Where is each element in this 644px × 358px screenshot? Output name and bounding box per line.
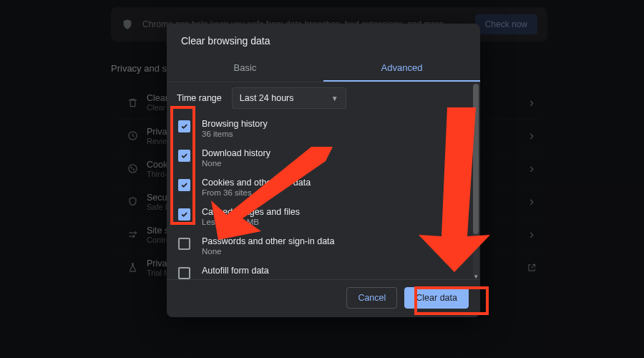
option-sub: From 36 sites xyxy=(202,188,311,197)
option-title: Cached images and files xyxy=(202,207,300,217)
cancel-button[interactable]: Cancel xyxy=(346,287,397,309)
option-title: Browsing history xyxy=(202,119,268,129)
option-sub: None xyxy=(202,247,335,256)
dialog-tabs: Basic Advanced xyxy=(167,55,480,82)
option-row[interactable]: Browsing history36 items xyxy=(177,114,467,143)
tab-advanced[interactable]: Advanced xyxy=(323,55,480,82)
tab-basic[interactable]: Basic xyxy=(167,55,323,82)
checkbox[interactable] xyxy=(178,238,190,250)
checkbox[interactable] xyxy=(178,267,190,279)
option-title: Cookies and other site data xyxy=(202,178,311,188)
option-sub: 36 items xyxy=(202,130,268,138)
time-range-label: Time range xyxy=(177,93,222,103)
option-row[interactable]: Cookies and other site dataFrom 36 sites xyxy=(177,173,467,202)
checkbox[interactable] xyxy=(178,150,190,162)
clear-browsing-data-dialog: Clear browsing data Basic Advanced Time … xyxy=(167,24,480,317)
checkbox[interactable] xyxy=(178,179,190,191)
option-row[interactable]: Autofill form data xyxy=(177,261,467,279)
time-range-select[interactable]: Last 24 hours ▼ xyxy=(232,87,346,109)
option-sub: Less than 1 MB xyxy=(202,218,300,226)
option-row[interactable]: Cached images and filesLess than 1 MB xyxy=(177,202,467,231)
option-row[interactable]: Download historyNone xyxy=(177,143,467,173)
option-sub: None xyxy=(202,159,270,168)
checkbox[interactable] xyxy=(178,208,190,221)
caret-down-icon: ▼ xyxy=(331,95,338,102)
scrollbar-thumb[interactable] xyxy=(473,84,479,234)
time-range-value: Last 24 hours xyxy=(240,93,294,103)
option-title: Autofill form data xyxy=(202,266,269,276)
clear-data-button[interactable]: Clear data xyxy=(404,287,469,309)
option-row[interactable]: Passwords and other sign-in dataNone xyxy=(177,231,467,261)
tab-underline xyxy=(323,80,480,82)
option-title: Download history xyxy=(202,148,270,158)
scroll-down-icon[interactable]: ▾ xyxy=(473,274,479,279)
checkbox[interactable] xyxy=(178,120,190,132)
dialog-title: Clear browsing data xyxy=(167,24,480,55)
option-title: Passwords and other sign-in data xyxy=(202,236,335,246)
